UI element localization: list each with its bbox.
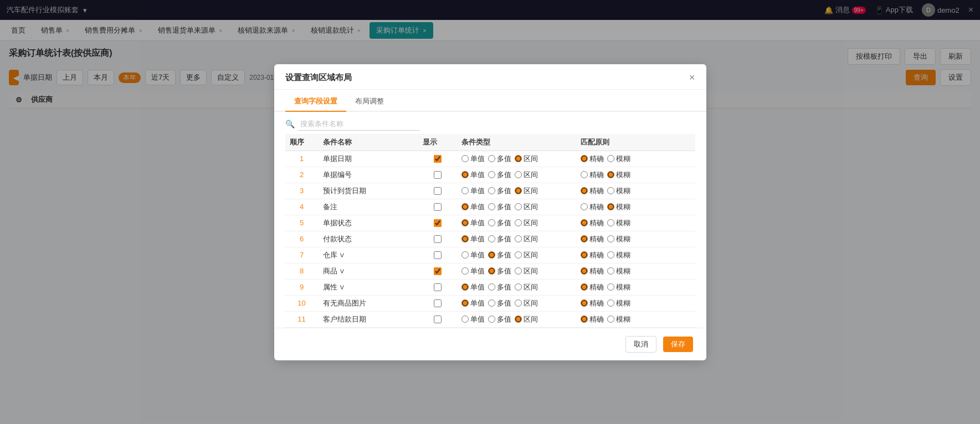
row-display-checkbox[interactable] (434, 203, 442, 211)
radio-match-item[interactable]: 模糊 (607, 314, 630, 324)
radio-type-item[interactable]: 单值 (461, 314, 485, 324)
th-display: 显示 (418, 137, 457, 147)
radio-type-item[interactable]: 多值 (488, 170, 511, 180)
row-display-checkbox[interactable] (434, 316, 442, 323)
row-order: 7 (285, 251, 319, 259)
radio-type-item[interactable]: 区间 (515, 298, 538, 308)
radio-type-item[interactable]: 区间 (515, 186, 538, 196)
row-display-checkbox[interactable] (434, 267, 442, 275)
table-row: 8商品 ∨单值多值区间精确模糊 (285, 263, 695, 280)
radio-type-item[interactable]: 多值 (488, 266, 511, 276)
radio-type-item[interactable]: 单值 (461, 186, 485, 196)
row-display-checkbox[interactable] (434, 283, 442, 291)
radio-type-item[interactable]: 区间 (515, 170, 538, 180)
radio-match-item[interactable]: 模糊 (607, 234, 630, 244)
radio-type-item[interactable]: 多值 (488, 218, 511, 228)
radio-type-item[interactable]: 区间 (515, 314, 538, 324)
dialog-close-btn[interactable]: × (689, 72, 695, 84)
radio-match-item[interactable]: 精确 (581, 234, 604, 244)
radio-type-item[interactable]: 多值 (488, 202, 511, 212)
th-order: 顺序 (285, 137, 319, 147)
row-display-checkbox[interactable] (434, 155, 442, 163)
row-type-group: 单值多值区间 (457, 202, 576, 212)
table-row: 2单据编号单值多值区间精确模糊 (285, 167, 695, 183)
row-name: 客户结款日期 (319, 314, 418, 324)
radio-match-item[interactable]: 精确 (581, 170, 604, 180)
row-match-group: 精确模糊 (576, 298, 695, 308)
radio-type-item[interactable]: 区间 (515, 218, 538, 228)
radio-type-item[interactable]: 区间 (515, 266, 538, 276)
radio-type-item[interactable]: 多值 (488, 186, 511, 196)
radio-match-item[interactable]: 模糊 (607, 202, 630, 212)
radio-type-item[interactable]: 区间 (515, 250, 538, 260)
cancel-btn[interactable]: 取消 (625, 336, 656, 353)
dialog-tab-layout[interactable]: 布局调整 (346, 92, 393, 112)
row-match-group: 精确模糊 (576, 314, 695, 324)
radio-type-item[interactable]: 单值 (461, 298, 485, 308)
radio-type-item[interactable]: 区间 (515, 154, 538, 164)
table-row: 7仓库 ∨单值多值区间精确模糊 (285, 247, 695, 263)
row-type-group: 单值多值区间 (457, 298, 576, 308)
radio-type-item[interactable]: 多值 (488, 314, 511, 324)
row-type-group: 单值多值区间 (457, 282, 576, 292)
radio-match-item[interactable]: 精确 (581, 154, 604, 164)
radio-match-item[interactable]: 精确 (581, 218, 604, 228)
dialog-header: 设置查询区域布局 × (274, 64, 706, 90)
row-name: 付款状态 (319, 234, 418, 244)
radio-match-item[interactable]: 精确 (581, 314, 604, 324)
radio-type-item[interactable]: 单值 (461, 266, 485, 276)
radio-match-item[interactable]: 模糊 (607, 218, 630, 228)
radio-match-item[interactable]: 模糊 (607, 186, 630, 196)
search-input[interactable] (298, 117, 420, 131)
th-match: 匹配原则 (576, 137, 695, 147)
radio-match-item[interactable]: 模糊 (607, 154, 630, 164)
row-display-checkbox[interactable] (434, 187, 442, 195)
radio-match-item[interactable]: 精确 (581, 186, 604, 196)
radio-type-item[interactable]: 多值 (488, 298, 511, 308)
row-order: 1 (285, 154, 319, 163)
row-display-checkbox[interactable] (434, 299, 442, 307)
radio-type-item[interactable]: 单值 (461, 234, 485, 244)
radio-match-item[interactable]: 精确 (581, 298, 604, 308)
radio-match-item[interactable]: 精确 (581, 202, 604, 212)
row-display-checkbox[interactable] (434, 171, 442, 179)
row-display-checkbox[interactable] (434, 219, 442, 227)
dialog-tabs: 查询字段设置 布局调整 (274, 92, 706, 112)
radio-type-item[interactable]: 多值 (488, 154, 511, 164)
radio-match-item[interactable]: 模糊 (607, 266, 630, 276)
row-name: 属性 ∨ (319, 282, 418, 292)
radio-type-item[interactable]: 单值 (461, 218, 485, 228)
radio-match-item[interactable]: 模糊 (607, 282, 630, 292)
radio-type-item[interactable]: 单值 (461, 282, 485, 292)
row-name: 单据编号 (319, 170, 418, 180)
radio-type-item[interactable]: 单值 (461, 154, 485, 164)
row-match-group: 精确模糊 (576, 186, 695, 196)
radio-match-item[interactable]: 精确 (581, 250, 604, 260)
row-display-checkbox[interactable] (434, 235, 442, 243)
radio-match-item[interactable]: 精确 (581, 282, 604, 292)
save-btn[interactable]: 保存 (663, 337, 693, 352)
radio-type-item[interactable]: 区间 (515, 202, 538, 212)
radio-match-item[interactable]: 模糊 (607, 298, 630, 308)
radio-match-item[interactable]: 模糊 (607, 250, 630, 260)
radio-type-item[interactable]: 多值 (488, 250, 511, 260)
radio-match-item[interactable]: 模糊 (607, 170, 630, 180)
row-name: 有无商品图片 (319, 298, 418, 308)
dialog: 设置查询区域布局 × 查询字段设置 布局调整 🔍 顺序 条件名称 显示 条件类型 (274, 64, 706, 360)
table-row: 3预计到货日期单值多值区间精确模糊 (285, 183, 695, 199)
row-order: 2 (285, 170, 319, 179)
radio-type-item[interactable]: 区间 (515, 234, 538, 244)
radio-type-item[interactable]: 单值 (461, 202, 485, 212)
row-order: 5 (285, 219, 319, 227)
radio-type-item[interactable]: 多值 (488, 282, 511, 292)
row-display-checkbox[interactable] (434, 251, 442, 259)
dialog-tab-query-fields[interactable]: 查询字段设置 (285, 92, 346, 112)
radio-type-item[interactable]: 单值 (461, 250, 485, 260)
radio-type-item[interactable]: 多值 (488, 234, 511, 244)
radio-type-item[interactable]: 单值 (461, 170, 485, 180)
row-order: 11 (285, 315, 319, 323)
row-name: 仓库 ∨ (319, 250, 418, 260)
radio-match-item[interactable]: 精确 (581, 266, 604, 276)
radio-type-item[interactable]: 区间 (515, 282, 538, 292)
modal-overlay: 设置查询区域布局 × 查询字段设置 布局调整 🔍 顺序 条件名称 显示 条件类型 (0, 0, 980, 424)
